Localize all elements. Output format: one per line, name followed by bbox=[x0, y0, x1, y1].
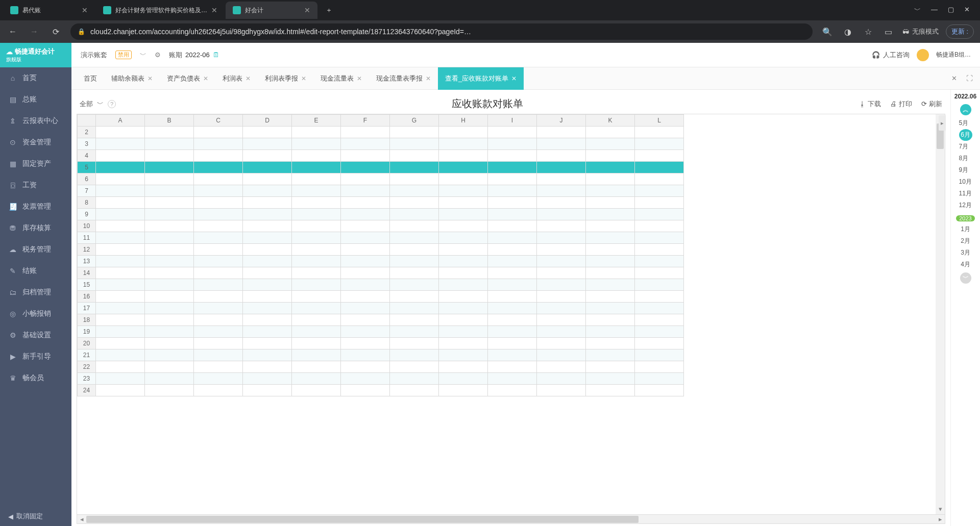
grid-cell[interactable] bbox=[243, 162, 292, 173]
grid-cell[interactable] bbox=[341, 197, 390, 209]
grid-cell[interactable] bbox=[145, 173, 194, 185]
grid-cell[interactable] bbox=[96, 127, 145, 138]
refresh-button[interactable]: ⟳ 刷新 bbox=[921, 99, 942, 109]
grid-cell[interactable] bbox=[537, 150, 586, 162]
column-header[interactable]: A bbox=[96, 115, 145, 127]
sidebar-item[interactable]: ▶新手引导 bbox=[0, 346, 71, 367]
grid-cell[interactable] bbox=[537, 326, 586, 338]
grid-cell[interactable] bbox=[390, 197, 439, 209]
grid-cell[interactable] bbox=[341, 267, 390, 279]
row-header[interactable]: 9 bbox=[78, 209, 96, 220]
grid-cell[interactable] bbox=[243, 138, 292, 150]
scroll-down-icon[interactable]: ▾ bbox=[936, 505, 945, 514]
grid-cell[interactable] bbox=[488, 256, 537, 267]
content-tab[interactable]: 首页 bbox=[77, 67, 104, 90]
grid-cell[interactable] bbox=[488, 361, 537, 373]
grid-cell[interactable] bbox=[96, 361, 145, 373]
close-window-icon[interactable]: ✕ bbox=[964, 6, 970, 15]
grid-cell[interactable] bbox=[96, 232, 145, 244]
grid-cell[interactable] bbox=[439, 373, 488, 385]
close-tab-icon[interactable]: ✕ bbox=[82, 6, 88, 14]
grid-cell[interactable] bbox=[292, 162, 341, 173]
close-all-tabs-icon[interactable]: ✕ bbox=[949, 72, 959, 84]
grid-cell[interactable] bbox=[292, 326, 341, 338]
grid-cell[interactable] bbox=[586, 373, 635, 385]
grid-cell[interactable] bbox=[586, 232, 635, 244]
sidebar-item[interactable]: ⚙基础设置 bbox=[0, 324, 71, 346]
grid-cell[interactable] bbox=[145, 232, 194, 244]
grid-cell[interactable] bbox=[145, 326, 194, 338]
grid-cell[interactable] bbox=[635, 303, 684, 314]
grid-cell[interactable] bbox=[586, 127, 635, 138]
content-tab[interactable]: 利润表✕ bbox=[215, 67, 258, 90]
row-header[interactable]: 14 bbox=[78, 267, 96, 279]
close-content-tab-icon[interactable]: ✕ bbox=[511, 75, 517, 82]
grid-cell[interactable] bbox=[537, 349, 586, 361]
grid-cell[interactable] bbox=[390, 291, 439, 303]
filter-dropdown[interactable]: 全部 ﹀ ? bbox=[80, 99, 116, 109]
grid-cell[interactable] bbox=[194, 162, 243, 173]
minimize-icon[interactable]: ― bbox=[931, 6, 938, 15]
grid-cell[interactable] bbox=[635, 314, 684, 326]
column-header[interactable]: B bbox=[145, 115, 194, 127]
grid-cell[interactable] bbox=[194, 326, 243, 338]
grid-cell[interactable] bbox=[145, 385, 194, 396]
grid-cell[interactable] bbox=[635, 220, 684, 232]
grid-cell[interactable] bbox=[96, 385, 145, 396]
grid-cell[interactable] bbox=[488, 209, 537, 220]
grid-cell[interactable] bbox=[243, 373, 292, 385]
url-bar[interactable]: 🔒 cloud2.chanjet.com/accounting/uh26t264… bbox=[70, 23, 813, 40]
grid-cell[interactable] bbox=[439, 173, 488, 185]
grid-cell[interactable] bbox=[635, 279, 684, 291]
grid-cell[interactable] bbox=[145, 197, 194, 209]
grid-cell[interactable] bbox=[341, 185, 390, 197]
grid-cell[interactable] bbox=[292, 385, 341, 396]
maximize-icon[interactable]: ▢ bbox=[948, 6, 954, 15]
grid-cell[interactable] bbox=[292, 138, 341, 150]
grid-cell[interactable] bbox=[390, 373, 439, 385]
grid-cell[interactable] bbox=[439, 220, 488, 232]
grid-cell[interactable] bbox=[194, 338, 243, 349]
sidebar-item[interactable]: ♛畅会员 bbox=[0, 367, 71, 389]
grid-cell[interactable] bbox=[341, 244, 390, 256]
rail-month[interactable]: 9月 bbox=[959, 164, 972, 176]
grid-cell[interactable] bbox=[243, 361, 292, 373]
row-header[interactable]: 2 bbox=[78, 127, 96, 138]
column-header[interactable]: F bbox=[341, 115, 390, 127]
grid-cell[interactable] bbox=[243, 267, 292, 279]
grid-cell[interactable] bbox=[96, 338, 145, 349]
grid-cell[interactable] bbox=[537, 197, 586, 209]
grid-cell[interactable] bbox=[194, 232, 243, 244]
grid-cell[interactable] bbox=[439, 279, 488, 291]
rail-month[interactable]: 7月 bbox=[959, 141, 972, 153]
grid-cell[interactable] bbox=[292, 232, 341, 244]
grid-cell[interactable] bbox=[635, 291, 684, 303]
grid-cell[interactable] bbox=[390, 220, 439, 232]
column-header[interactable]: C bbox=[194, 115, 243, 127]
grid-cell[interactable] bbox=[390, 256, 439, 267]
sidebar-item[interactable]: ✎结账 bbox=[0, 260, 71, 282]
grid-cell[interactable] bbox=[586, 185, 635, 197]
grid-cell[interactable] bbox=[96, 162, 145, 173]
rail-month[interactable]: 6月 bbox=[959, 129, 972, 141]
unpin-sidebar-button[interactable]: ◀ 取消固定 bbox=[0, 507, 71, 526]
column-header[interactable]: G bbox=[390, 115, 439, 127]
grid-cell[interactable] bbox=[390, 303, 439, 314]
grid-cell[interactable] bbox=[586, 138, 635, 150]
row-header[interactable]: 7 bbox=[78, 185, 96, 197]
column-header[interactable]: E bbox=[292, 115, 341, 127]
grid-cell[interactable] bbox=[145, 150, 194, 162]
grid-cell[interactable] bbox=[635, 326, 684, 338]
grid-cell[interactable] bbox=[586, 279, 635, 291]
grid-cell[interactable] bbox=[243, 338, 292, 349]
grid-cell[interactable] bbox=[537, 173, 586, 185]
browser-tab[interactable]: 好会计财务管理软件购买价格及… ✕ bbox=[96, 2, 225, 19]
nav-back-icon[interactable]: ← bbox=[6, 27, 19, 36]
support-button[interactable]: 🎧 人工咨询 bbox=[872, 51, 910, 60]
grid-cell[interactable] bbox=[586, 162, 635, 173]
grid-cell[interactable] bbox=[243, 256, 292, 267]
row-header[interactable]: 4 bbox=[78, 150, 96, 162]
grid-cell[interactable] bbox=[96, 303, 145, 314]
grid-cell[interactable] bbox=[488, 138, 537, 150]
rail-month[interactable]: 4月 bbox=[961, 259, 970, 270]
